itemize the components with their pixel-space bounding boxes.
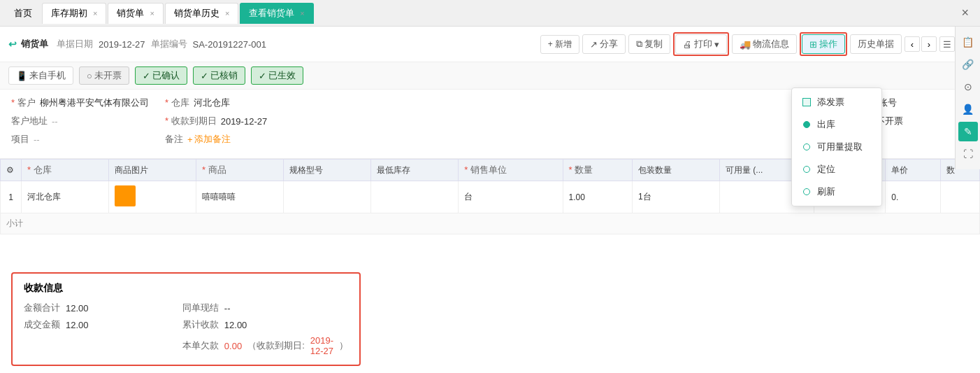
sidebar-icon-2[interactable]: 🔗 — [958, 55, 978, 74]
check-icon3: ✓ — [259, 71, 266, 81]
prev-arrow[interactable]: ‹ — [905, 36, 920, 52]
add-invoice-item[interactable]: 添发票 — [792, 91, 881, 113]
not-open-badge[interactable]: ○ 未开票 — [79, 66, 129, 85]
doc-type-label: 销货单 — [21, 38, 48, 50]
operate-button[interactable]: ⊞ 操作 — [802, 34, 845, 54]
no-label: 单据编号 — [151, 38, 187, 50]
refresh-item[interactable]: 刷新 — [792, 181, 881, 203]
spec-cell — [284, 181, 371, 213]
check-icon: ✓ — [143, 71, 150, 81]
project-field: 项目 -- — [11, 133, 151, 146]
tab-sales-history[interactable]: 销货单历史 × — [165, 3, 238, 24]
gear-header: ⚙ — [1, 160, 22, 181]
unit-price-header: 单价 — [886, 160, 941, 181]
outbound-item[interactable]: 出库 — [792, 113, 881, 136]
project-value: -- — [34, 134, 40, 145]
this-order-label: 本单欠款 — [182, 339, 219, 352]
confirmed-badge[interactable]: ✓ 已确认 — [135, 66, 187, 85]
due-note: （收款到期日: — [247, 339, 305, 352]
sidebar-icon-4[interactable]: 👤 — [958, 99, 978, 119]
from-phone-button[interactable]: 📱 来自手机 — [8, 66, 73, 85]
min-stock-header: 最低库存 — [371, 160, 459, 181]
spec-header: 规格型号 — [284, 160, 371, 181]
available-pickup-item[interactable]: 可用量提取 — [792, 136, 881, 158]
close-tab-history[interactable]: × — [225, 9, 229, 17]
tab-view-sales[interactable]: 查看销货单 × — [240, 3, 313, 24]
sidebar-icon-3[interactable]: ⊙ — [958, 77, 978, 97]
warehouse-value: 河北仓库 — [194, 97, 230, 109]
close-window-button[interactable]: × — [956, 6, 974, 20]
cancelled-badge[interactable]: ✓ 已核销 — [193, 66, 245, 85]
payment-box: 收款信息 金额合计 12.00 同单现结 -- 成交金额 12.00 累计收款 … — [11, 272, 361, 366]
sidebar-icon-6[interactable]: ⛶ — [958, 144, 978, 164]
doc-header: ↩ 销货单 单据日期 2019-12-27 单据编号 SA-20191227-0… — [0, 27, 980, 62]
project-label: 项目 — [11, 133, 29, 146]
pkg-qty-cell: 1台 — [632, 181, 719, 213]
close-tab-inventory[interactable]: × — [93, 9, 97, 17]
doc-icon: ↩ — [8, 38, 17, 50]
same-order-label: 同单现结 — [182, 302, 219, 314]
amount-total-value: 12.00 — [66, 303, 89, 314]
locate-label: 定位 — [817, 163, 835, 176]
locate-icon — [802, 164, 812, 174]
subtotal-cell: 小计 — [1, 213, 980, 234]
warehouse-cell: 河北仓库 — [22, 181, 109, 213]
note-field: 备注 + 添加备注 — [165, 133, 305, 146]
amount-cell — [941, 181, 980, 213]
print-dropdown-arrow[interactable]: ▾ — [714, 39, 719, 50]
doc-meta: 单据日期 2019-12-27 单据编号 SA-20191227-001 — [57, 38, 266, 50]
close-tab-sales[interactable]: × — [150, 9, 154, 17]
product-header: 商品 — [196, 160, 284, 181]
transaction-label: 成交金额 — [24, 318, 60, 331]
sidebar-icon-5[interactable]: ✎ — [958, 122, 978, 141]
unit-header: 销售单位 — [459, 160, 563, 181]
close-tab-view[interactable]: × — [300, 9, 304, 17]
logistics-icon: 🚚 — [740, 39, 751, 50]
phone-icon: 📱 — [16, 71, 27, 81]
due-date-payment: 2019-12-27 — [310, 335, 333, 356]
circle-icon: ○ — [87, 71, 92, 81]
due-date-value: 2019-12-27 — [221, 116, 268, 127]
outbound-icon — [802, 120, 812, 129]
product-img-header: 商品图片 — [109, 160, 196, 181]
customer-label: 客户 — [11, 97, 36, 109]
date-value: 2019-12-27 — [99, 39, 145, 50]
product-image — [115, 185, 136, 206]
add-note-button[interactable]: + 添加备注 — [187, 133, 231, 146]
locate-item[interactable]: 定位 — [792, 158, 881, 181]
list-view-button[interactable]: ☰ — [939, 36, 955, 52]
cumulative-row: 累计收款 12.00 — [182, 318, 348, 331]
operate-dropdown: 添发票 出库 可用量提取 定位 刷新 — [791, 87, 882, 206]
note-label: 备注 — [165, 133, 183, 146]
operate-icon: ⊞ — [809, 39, 817, 50]
tab-sales-order[interactable]: 销货单 × — [108, 3, 163, 24]
check-icon2: ✓ — [201, 71, 208, 81]
copy-button[interactable]: ⧉ 复制 — [628, 34, 670, 54]
tab-home[interactable]: 首页 — [6, 3, 41, 24]
print-button[interactable]: 🖨 打印 ▾ — [675, 34, 727, 54]
tab-inventory-init[interactable]: 库存期初 × — [42, 3, 106, 24]
due-date-field: 收款到期日 2019-12-27 — [165, 115, 305, 127]
product-img-cell — [109, 181, 196, 213]
available-pickup-icon — [802, 142, 812, 152]
next-arrow[interactable]: › — [921, 36, 937, 52]
copy-icon: ⧉ — [636, 38, 642, 50]
pkg-qty-header: 包装数量 — [632, 160, 719, 181]
add-button[interactable]: + 新增 — [540, 35, 579, 54]
unit-cell: 台 — [459, 181, 563, 213]
cumulative-label: 累计收款 — [182, 318, 219, 331]
history-button[interactable]: 历史单据 — [850, 34, 902, 54]
customer-field: 客户 柳州粤港平安气体有限公司 — [11, 97, 151, 109]
tab-bar: 首页 库存期初 × 销货单 × 销货单历史 × 查看销货单 × × — [0, 0, 980, 27]
warehouse-header: 仓库 — [22, 160, 109, 181]
print-icon: 🖨 — [683, 39, 692, 50]
effective-badge[interactable]: ✓ 已生效 — [251, 66, 303, 85]
sidebar-icon-1[interactable]: 📋 — [958, 32, 978, 52]
share-button[interactable]: ↗ 分享 — [582, 34, 626, 54]
payment-title: 收款信息 — [24, 282, 348, 295]
refresh-icon — [802, 187, 812, 197]
due-end: ） — [339, 339, 348, 352]
logistics-button[interactable]: 🚚 物流信息 — [732, 34, 797, 54]
cumulative-value: 12.00 — [224, 320, 247, 330]
doc-title-group: ↩ 销货单 — [8, 38, 48, 50]
